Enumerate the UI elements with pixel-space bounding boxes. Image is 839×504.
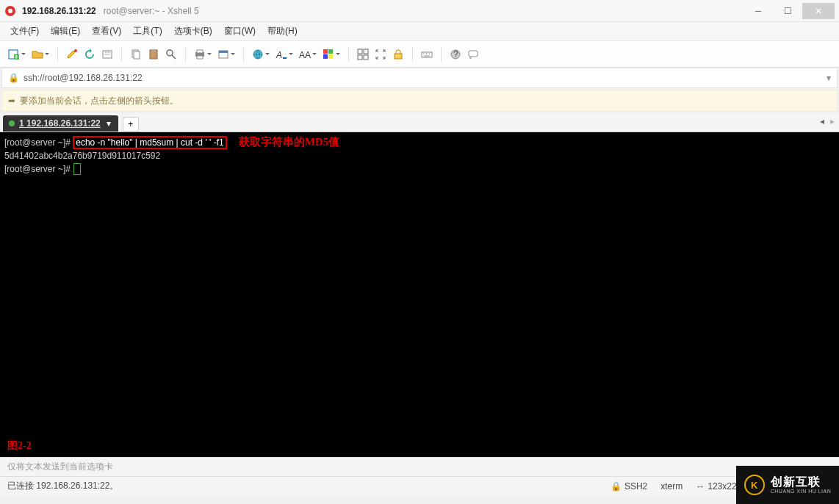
highlighter-icon[interactable] <box>64 46 80 62</box>
menubar: 文件(F) 编辑(E) 查看(V) 工具(T) 选项卡(B) 窗口(W) 帮助(… <box>0 22 839 41</box>
copy-icon[interactable] <box>128 46 144 62</box>
logo-main: 创新互联 <box>771 475 832 489</box>
svg-text:A: A <box>305 50 311 60</box>
svg-text:?: ? <box>453 49 458 60</box>
window-title-main: 192.168.26.131:22 <box>22 6 96 16</box>
svg-rect-23 <box>328 54 333 59</box>
terminal[interactable]: [root@server ~]# echo -n "hello" | md5su… <box>0 132 839 457</box>
svg-rect-26 <box>358 55 362 60</box>
svg-rect-22 <box>323 54 328 59</box>
svg-text:A: A <box>276 50 282 60</box>
font-icon[interactable]: A <box>273 46 289 62</box>
add-tab-button[interactable]: + <box>123 117 139 132</box>
add-arrow-icon[interactable]: ➦ <box>8 96 15 106</box>
size-icon: ↔ <box>696 481 705 492</box>
term-prompt-1: [root@server ~]# <box>4 137 73 148</box>
status-protocol: 🔒SSH2 <box>611 481 647 492</box>
logo-orb-icon: K <box>744 475 765 495</box>
svg-rect-32 <box>469 51 478 57</box>
close-button[interactable]: ✕ <box>802 3 835 19</box>
svg-rect-20 <box>323 49 328 54</box>
menu-window[interactable]: 窗口(W) <box>220 24 260 39</box>
term-command-highlight: echo -n "hello" | md5sum | cut -d ' ' -f… <box>73 136 226 149</box>
tab-prev-icon[interactable]: ◂ <box>820 116 824 126</box>
svg-rect-28 <box>395 54 402 59</box>
titlebar: 192.168.26.131:22 root@server:~ - Xshell… <box>0 0 839 22</box>
svg-rect-15 <box>219 51 228 53</box>
watermark-logo: K 创新互联 CHUANG XIN HU LIAN <box>736 466 839 504</box>
minimize-button[interactable]: ─ <box>743 3 773 19</box>
hint-text: 要添加当前会话，点击左侧的箭头按钮。 <box>20 95 179 107</box>
term-annotation: 获取字符串的MD5值 <box>239 136 340 148</box>
svg-rect-13 <box>197 56 203 59</box>
paste-icon[interactable] <box>145 46 162 62</box>
tab-strip: 1 192.168.26.131:22 ▾ + ◂ ▸ <box>0 113 839 132</box>
fontsize-icon[interactable]: AA <box>297 46 313 62</box>
input-hint: 仅将文本发送到当前选项卡 <box>7 461 113 473</box>
address-bar[interactable]: 🔒 ssh://root@192.168.26.131:22 ▾ <box>1 68 838 88</box>
logo-sub: CHUANG XIN HU LIAN <box>771 489 832 494</box>
status-bar: 已连接 192.168.26.131:22。 🔒SSH2 xterm ↔123x… <box>0 476 839 495</box>
menu-tabs[interactable]: 选项卡(B) <box>170 24 217 39</box>
globe-icon[interactable] <box>250 46 266 62</box>
status-term: xterm <box>660 481 683 492</box>
svg-rect-29 <box>422 52 432 57</box>
chat-icon[interactable] <box>465 46 481 62</box>
hint-bar: ➦ 要添加当前会话，点击左侧的箭头按钮。 <box>1 90 838 112</box>
menu-view[interactable]: 查看(V) <box>87 24 126 39</box>
term-output: 5d41402abc4b2a76b9719d911017c592 <box>4 151 160 161</box>
address-url: ssh://root@192.168.26.131:22 <box>24 73 827 83</box>
disconnect-icon[interactable] <box>99 46 115 62</box>
svg-rect-25 <box>364 49 368 54</box>
tab-nav-arrows: ◂ ▸ <box>820 116 835 126</box>
palette-icon[interactable] <box>320 46 336 62</box>
svg-rect-21 <box>328 49 333 54</box>
tab-next-icon[interactable]: ▸ <box>830 116 835 126</box>
svg-rect-7 <box>134 51 140 59</box>
svg-point-1 <box>8 9 12 13</box>
tab-menu-icon[interactable]: ▾ <box>107 118 111 129</box>
search-icon[interactable] <box>163 46 179 62</box>
window-title-sub: root@server:~ - Xshell 5 <box>104 6 199 16</box>
cursor-icon <box>74 164 80 174</box>
ssh-icon: 🔒 <box>611 481 622 492</box>
status-size: ↔123x22 <box>696 481 736 492</box>
new-session-icon[interactable] <box>6 46 22 62</box>
refresh-icon[interactable] <box>82 46 98 62</box>
expand-icon[interactable] <box>372 46 389 62</box>
svg-point-10 <box>167 50 173 56</box>
svg-text:A: A <box>299 50 305 60</box>
menu-help[interactable]: 帮助(H) <box>263 24 302 39</box>
status-connection: 已连接 192.168.26.131:22。 <box>7 480 118 492</box>
input-bar[interactable]: 仅将文本发送到当前选项卡 <box>0 457 839 476</box>
lock-icon[interactable] <box>390 46 406 62</box>
svg-rect-9 <box>151 49 156 51</box>
maximize-button[interactable]: ☐ <box>773 3 802 19</box>
svg-point-4 <box>74 49 77 52</box>
app-icon <box>4 5 16 17</box>
menu-file[interactable]: 文件(F) <box>6 24 43 39</box>
svg-rect-27 <box>364 55 368 60</box>
print-icon[interactable] <box>192 46 208 62</box>
menu-tools[interactable]: 工具(T) <box>129 24 166 39</box>
status-dot-icon <box>9 120 15 126</box>
view-icon[interactable] <box>215 46 231 62</box>
keyboard-icon[interactable] <box>419 46 435 62</box>
address-dropdown-icon[interactable]: ▾ <box>827 73 831 83</box>
tab-session-1[interactable]: 1 192.168.26.131:22 ▾ <box>3 115 118 132</box>
help-icon[interactable]: ? <box>447 46 464 62</box>
svg-rect-12 <box>197 50 203 53</box>
term-prompt-2: [root@server ~]# <box>4 164 73 174</box>
lock-small-icon: 🔒 <box>8 73 19 83</box>
svg-rect-24 <box>358 49 362 54</box>
menu-edit[interactable]: 编辑(E) <box>46 24 84 39</box>
windows-icon[interactable] <box>355 46 371 62</box>
toolbar: A AA ? <box>0 41 839 68</box>
open-icon[interactable] <box>29 46 46 62</box>
figure-label: 图2-2 <box>7 439 32 453</box>
